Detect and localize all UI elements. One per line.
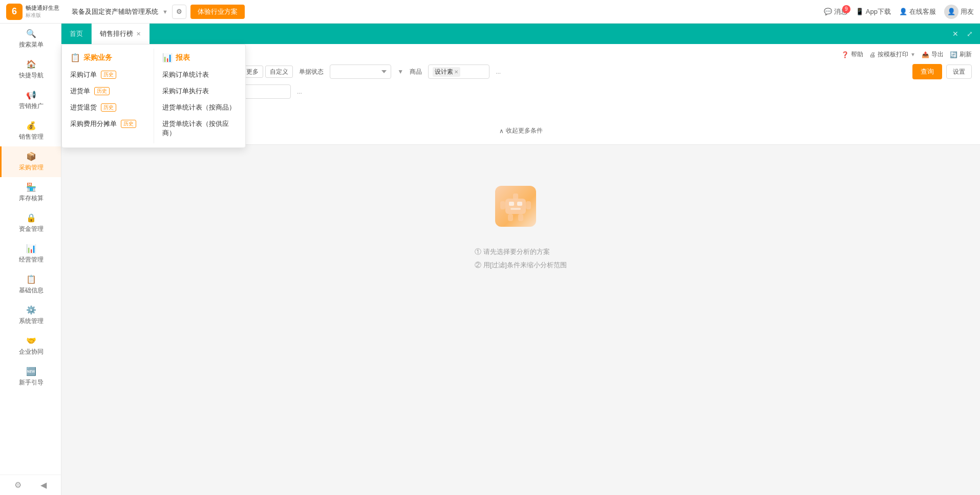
message-badge: 9 [842,5,850,13]
sidebar-item-finance[interactable]: 🔒 资金管理 [0,208,61,239]
query-button[interactable]: 查询 [912,64,942,79]
sidebar-item-quick[interactable]: 🏠 快捷导航 [0,54,61,85]
export-label: 导出 [931,50,944,59]
goods-tag: 设计素 ✕ [433,67,460,77]
footer-settings-icon[interactable]: ⚙ [14,480,22,490]
top-header: 6 畅捷通好生意 标准版 装备及固定资产辅助管理系统 ▼ ⚙ 体验行业方案 💬 … [0,0,980,24]
settings-button[interactable]: 设置 [946,64,972,79]
report-section-title: 报表 [176,53,190,62]
empty-icon [495,186,546,237]
header-center: 装备及固定资产辅助管理系统 ▼ ⚙ 体验行业方案 [68,5,824,19]
svg-rect-4 [513,193,518,200]
sidebar-item-sales[interactable]: 💰 销售管理 [0,116,61,146]
voucher-status-select[interactable] [330,64,391,79]
menu-item-inbound-stat-supplier[interactable]: 进货单统计表（按供应商） [154,116,246,141]
sidebar-label-purchase: 采购管理 [19,163,44,172]
message-button[interactable]: 💬 9 消息 [824,7,847,16]
purchase-section-title: 采购业务 [83,53,112,62]
menu-item-purchase-in-label: 进货单 [70,87,90,96]
basic-icon: 📋 [26,274,36,284]
sidebar-item-guide[interactable]: 🆕 新手引导 [0,361,61,392]
user-area[interactable]: 👤 用友 [944,5,974,19]
sidebar-item-search[interactable]: 🔍 搜索菜单 [0,24,61,54]
svg-rect-7 [508,214,513,221]
online-service-button[interactable]: 👤 在线客服 [899,7,936,16]
online-service-label: 在线客服 [909,7,936,16]
tab-expand-button[interactable]: ⤢ [964,28,976,40]
logo-icon: 6 [6,4,23,20]
sidebar-label-quick: 快捷导航 [19,71,44,80]
sidebar-label-finance: 资金管理 [19,225,44,233]
goods-tag-input[interactable]: 设计素 ✕ [428,64,489,79]
operations-icon: 📊 [26,244,36,253]
menu-item-purchase-in[interactable]: 进货单 历史 [62,83,154,99]
purchase-in-badge: 历史 [94,87,110,95]
tab-close-all-button[interactable]: ✕ [949,28,962,40]
sidebar-item-enterprise[interactable]: 🤝 企业协同 [0,331,61,361]
tab-close-icon[interactable]: ✕ [136,31,141,37]
sidebar-item-system[interactable]: ⚙️ 系统管理 [0,300,61,331]
sidebar-label-marketing: 营销推广 [19,102,44,111]
industry-button[interactable]: 体验行业方案 [190,5,245,19]
sidebar-item-purchase[interactable]: 📦 采购管理 [0,146,61,177]
svg-rect-6 [526,201,531,209]
report-section-icon: 📊 [162,53,173,62]
menu-item-inbound-stat-goods[interactable]: 进货单统计表（按商品） [154,99,246,116]
filter-actions: 查询 设置 [912,64,972,79]
marketing-icon: 📢 [26,90,36,100]
voucher-status-more[interactable]: ▼ [397,68,403,75]
help-button[interactable]: ❓ 帮助 [841,50,863,59]
menu-item-inbound-stat-supplier-label: 进货单统计表（按供应商） [162,119,238,138]
menu-item-purchase-order-exec[interactable]: 采购订单执行表 [154,83,246,99]
logo-text-area: 畅捷通好生意 标准版 [26,4,59,18]
app-download-button[interactable]: 📱 App下载 [856,7,891,16]
system-dropdown-arrow[interactable]: ▼ [162,9,168,15]
refresh-button[interactable]: 🔄 刷新 [950,50,972,59]
menu-item-purchase-expense[interactable]: 采购费用分摊单 历史 [62,116,154,132]
template-print-label: 按模板打印 [878,50,908,59]
goods-more[interactable]: ... [496,68,501,75]
logo-area: 6 畅捷通好生意 标准版 [6,4,68,20]
footer-collapse-icon[interactable]: ◀ [40,480,47,490]
sidebar-item-basic[interactable]: 📋 基础信息 [0,269,61,300]
svg-rect-3 [510,208,521,210]
gear-button[interactable]: ⚙ [172,5,186,19]
svg-rect-0 [505,199,526,214]
tab-bar-right: ✕ ⤢ [949,24,980,44]
salesperson-more[interactable]: ... [297,88,302,95]
export-button[interactable]: 📤 导出 [922,50,944,59]
sidebar-item-operations[interactable]: 📊 经营管理 [0,239,61,269]
collapse-up-arrow: ∧ [499,127,504,135]
menu-item-purchase-return-label: 进货退货 [70,103,97,112]
service-icon: 👤 [899,8,907,15]
sidebar-item-marketing[interactable]: 📢 营销推广 [0,85,61,116]
dropdown-menu: 📋 采购业务 采购订单 历史 进货单 历史 进货退货 历史 采购费用分摊单 历史… [61,44,246,148]
menu-item-inbound-stat-goods-label: 进货单统计表（按商品） [162,103,236,112]
tab-sales-rank[interactable]: 销售排行榜 ✕ [92,24,150,44]
system-title: 装备及固定资产辅助管理系统 [72,7,158,16]
sidebar-label-search: 搜索菜单 [19,40,44,49]
sidebar-label-basic: 基础信息 [19,286,44,295]
sidebar-label-guide: 新手引导 [19,378,44,387]
header-right: 💬 9 消息 📱 App下载 👤 在线客服 👤 用友 [824,5,974,19]
sidebar-label-inventory: 库存核算 [19,194,44,203]
purchase-section-header: 📋 采购业务 [62,51,154,67]
menu-item-purchase-order[interactable]: 采购订单 历史 [62,67,154,83]
goods-tag-close[interactable]: ✕ [454,69,458,75]
enterprise-icon: 🤝 [26,336,36,346]
menu-item-purchase-order-stat[interactable]: 采购订单统计表 [154,67,246,83]
sidebar-item-inventory[interactable]: 🏪 库存核算 [0,177,61,208]
empty-hint-1: 请先选择要分析的方案 [475,245,567,259]
home-icon: 🏠 [26,59,36,69]
logo-badge: 标准版 [26,12,59,19]
inventory-icon: 🏪 [26,182,36,192]
menu-item-purchase-return[interactable]: 进货退货 历史 [62,99,154,116]
help-label: 帮助 [851,50,863,59]
tab-home[interactable]: 首页 [61,24,92,44]
quick-custom-button[interactable]: 自定义 [265,66,293,78]
system-icon: ⚙️ [26,305,36,315]
template-print-button[interactable]: 🖨 按模板打印 ▼ [869,50,915,59]
svg-rect-5 [500,201,505,209]
svg-rect-8 [518,214,523,221]
user-name: 用友 [961,7,974,16]
